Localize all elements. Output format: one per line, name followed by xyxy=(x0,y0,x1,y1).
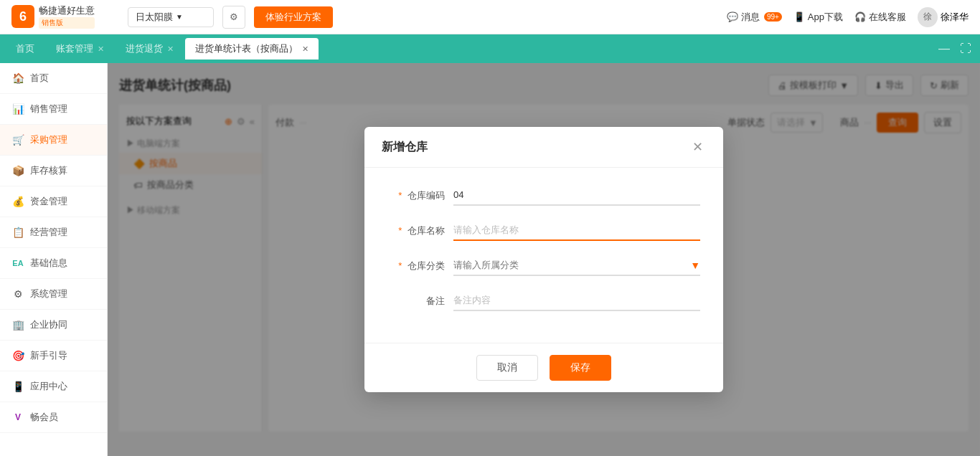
tab-actions: — ⛶ xyxy=(936,40,974,57)
sidebar-label-basic-info: 基础信息 xyxy=(30,257,67,270)
remark-row: 备注 xyxy=(387,290,700,311)
new-warehouse-modal: 新增仓库 ✕ * 仓库编码 xyxy=(364,127,723,392)
sidebar-item-guide[interactable]: 🎯 新手引导 xyxy=(0,341,107,371)
modal-footer: 取消 保存 xyxy=(364,343,723,392)
warehouse-name-label: * 仓库名称 xyxy=(387,224,445,237)
warehouse-code-input[interactable] xyxy=(453,185,700,206)
tab-purchase-stats[interactable]: 进货单统计表（按商品） ✕ xyxy=(185,38,319,60)
purchase-return-tab-label: 进货退货 xyxy=(126,42,163,55)
warehouse-name-row: * 仓库名称 xyxy=(387,220,700,241)
member-icon: V xyxy=(11,411,24,424)
warehouse-code-row: * 仓库编码 xyxy=(387,185,700,206)
sidebar-item-inventory[interactable]: 📦 库存核算 xyxy=(0,156,107,186)
home-tab-label: 首页 xyxy=(16,42,34,55)
sidebar-item-operations[interactable]: 📋 经营管理 xyxy=(0,217,107,248)
warehouse-category-row: * 仓库分类 ▼ xyxy=(387,255,700,276)
remark-label: 备注 xyxy=(387,295,445,308)
user-name: 徐泽华 xyxy=(941,11,969,24)
tab-account-management[interactable]: 账套管理 ✕ xyxy=(46,38,114,60)
chevron-down-icon: ▼ xyxy=(176,13,183,21)
sidebar-item-basic-info[interactable]: EA 基础信息 xyxy=(0,248,107,279)
tab-minimize-button[interactable]: — xyxy=(936,40,953,57)
system-icon: ⚙ xyxy=(11,288,24,300)
sales-icon: 📊 xyxy=(11,103,24,115)
sidebar-label-inventory: 库存核算 xyxy=(30,164,67,177)
main-section: 🏠 首页 📊 销售管理 🛒 采购管理 📦 库存核算 💰 资金管理 📋 经 xyxy=(0,63,980,456)
modal-body: * 仓库编码 * 仓库名称 xyxy=(364,168,723,343)
sidebar-label-enterprise: 企业协同 xyxy=(30,318,67,331)
sidebar-item-system[interactable]: ⚙ 系统管理 xyxy=(0,279,107,310)
online-service-button[interactable]: 🎧 在线客服 xyxy=(854,11,906,24)
avatar: 徐 xyxy=(918,7,938,27)
top-header: 6 畅捷通好生意 销售版 日太阳膜 ▼ ⚙ 体验行业方案 💬 消息 99+ 📱 xyxy=(0,0,980,34)
logo-text: 畅捷通好生意 xyxy=(39,5,95,17)
sidebar-label-apps: 应用中心 xyxy=(30,380,67,393)
purchase-icon: 🛒 xyxy=(11,133,24,146)
apps-icon: 📱 xyxy=(11,380,24,393)
settings-button[interactable]: ⚙ xyxy=(222,6,245,29)
headset-icon: 🎧 xyxy=(854,11,866,22)
right-panel: 进货单统计(按商品) 🖨 按模板打印 ▼ ⬇ 导出 ↻ xyxy=(108,63,980,456)
app-download-button[interactable]: 📱 App下载 xyxy=(793,11,843,24)
sidebar-label-purchase: 采购管理 xyxy=(30,133,67,146)
sidebar-label-finance: 资金管理 xyxy=(30,195,67,208)
sidebar-item-home[interactable]: 🏠 首页 xyxy=(0,63,107,94)
sidebar-label-system: 系统管理 xyxy=(30,288,67,300)
warehouse-category-label: * 仓库分类 xyxy=(387,260,445,272)
operations-icon: 📋 xyxy=(11,226,24,239)
tab-purchase-return[interactable]: 进货退货 ✕ xyxy=(116,38,184,60)
sidebar-item-purchase[interactable]: 🛒 采购管理 xyxy=(0,125,107,156)
home-icon: 🏠 xyxy=(11,72,24,85)
warehouse-name-input[interactable] xyxy=(453,220,700,241)
tab-home[interactable]: 首页 xyxy=(6,38,44,60)
category-dropdown-icon[interactable]: ▼ xyxy=(690,260,700,271)
warehouse-category-input[interactable] xyxy=(453,255,690,275)
basic-info-icon: EA xyxy=(11,257,24,270)
sidebar-label-operations: 经营管理 xyxy=(30,226,67,239)
trial-button[interactable]: 体验行业方案 xyxy=(254,6,333,28)
logo-area: 6 畅捷通好生意 销售版 xyxy=(11,5,119,29)
tab-expand-button[interactable]: ⛶ xyxy=(957,40,974,57)
sidebar-label-sales: 销售管理 xyxy=(30,103,67,115)
account-tab-label: 账套管理 xyxy=(56,42,93,55)
user-menu[interactable]: 徐 徐泽华 xyxy=(918,7,969,27)
modal-overlay: 新增仓库 ✕ * 仓库编码 xyxy=(108,63,980,456)
cancel-button[interactable]: 取消 xyxy=(476,355,538,381)
mobile-icon: 📱 xyxy=(793,11,805,22)
sidebar-item-apps[interactable]: 📱 应用中心 xyxy=(0,371,107,402)
modal-close-button[interactable]: ✕ xyxy=(689,138,706,156)
store-selector[interactable]: 日太阳膜 ▼ xyxy=(128,7,214,27)
store-name: 日太阳膜 xyxy=(136,11,173,24)
logo-badge: 销售版 xyxy=(39,17,95,29)
app-wrapper: 6 畅捷通好生意 销售版 日太阳膜 ▼ ⚙ 体验行业方案 💬 消息 99+ 📱 xyxy=(0,0,980,456)
tab-close-icon[interactable]: ✕ xyxy=(302,44,308,54)
sidebar-label-member: 畅会员 xyxy=(30,411,58,424)
modal-header: 新增仓库 ✕ xyxy=(364,127,723,168)
gear-icon: ⚙ xyxy=(230,11,238,22)
tab-close-icon[interactable]: ✕ xyxy=(167,44,174,54)
sidebar-label-home: 首页 xyxy=(30,72,49,85)
tab-close-icon[interactable]: ✕ xyxy=(98,44,104,54)
logo-icon: 6 xyxy=(11,5,34,28)
header-right: 💬 消息 99+ 📱 App下载 🎧 在线客服 徐 徐泽华 xyxy=(727,7,969,27)
sidebar-item-finance[interactable]: 💰 资金管理 xyxy=(0,186,107,217)
warehouse-code-label: * 仓库编码 xyxy=(387,189,445,202)
inventory-icon: 📦 xyxy=(11,164,24,177)
avatar-initials: 徐 xyxy=(923,11,932,23)
message-button[interactable]: 💬 消息 99+ xyxy=(727,11,782,24)
finance-icon: 💰 xyxy=(11,195,24,208)
message-badge: 99+ xyxy=(764,12,782,22)
guide-icon: 🎯 xyxy=(11,349,24,362)
sidebar-label-guide: 新手引导 xyxy=(30,349,67,362)
tab-bar: 首页 账套管理 ✕ 进货退货 ✕ 进货单统计表（按商品） ✕ — ⛶ xyxy=(0,34,980,63)
modal-title: 新增仓库 xyxy=(382,140,428,155)
enterprise-icon: 🏢 xyxy=(11,318,24,331)
purchase-stats-tab-label: 进货单统计表（按商品） xyxy=(195,42,298,55)
sidebar: 🏠 首页 📊 销售管理 🛒 采购管理 📦 库存核算 💰 资金管理 📋 经 xyxy=(0,63,108,456)
sidebar-item-member[interactable]: V 畅会员 xyxy=(0,402,107,433)
remark-input[interactable] xyxy=(453,290,700,311)
sidebar-item-enterprise[interactable]: 🏢 企业协同 xyxy=(0,310,107,341)
warehouse-category-select-wrapper: ▼ xyxy=(453,255,700,276)
sidebar-item-sales[interactable]: 📊 销售管理 xyxy=(0,94,107,125)
save-button[interactable]: 保存 xyxy=(550,355,611,381)
